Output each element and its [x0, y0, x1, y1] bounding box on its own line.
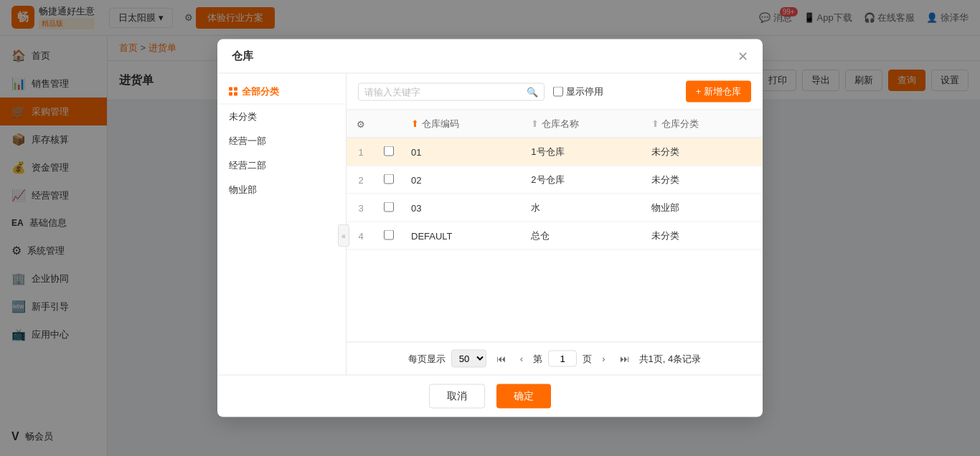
row-cat-4: 未分类	[643, 222, 763, 250]
row-cat-2: 未分类	[643, 166, 763, 194]
warehouse-table: ⚙ ⬆ 仓库编码 ⬆ 仓库名称 ⬆	[347, 110, 763, 250]
page-number-input[interactable]	[548, 351, 577, 367]
col-settings: ⚙	[347, 110, 375, 138]
page-last-button[interactable]: ⏭	[616, 352, 633, 366]
row-name-3: 水	[522, 194, 642, 222]
row-num-2: 2	[347, 166, 375, 194]
row-checkbox-4[interactable]	[384, 229, 394, 239]
table-row[interactable]: 3 03 水 物业部	[347, 194, 763, 222]
row-name-1: 1号仓库	[522, 138, 642, 166]
table-row[interactable]: 2 02 2号仓库 未分类	[347, 166, 763, 194]
show-disabled-checkbox[interactable]	[553, 87, 563, 97]
row-code-4: DEFAULT	[402, 222, 522, 250]
page-label: 第	[533, 352, 542, 365]
category-property[interactable]: 物业部	[217, 178, 346, 202]
modal-title: 仓库	[232, 49, 253, 63]
row-code-2: 02	[402, 166, 522, 194]
category-header: 全部分类	[217, 80, 346, 105]
cancel-button[interactable]: 取消	[429, 384, 485, 409]
col-code: ⬆ 仓库编码	[402, 110, 522, 138]
table-row[interactable]: 1 01 1号仓库 未分类	[347, 138, 763, 166]
modal-header: 仓库 ✕	[217, 39, 763, 74]
collapse-panel-button[interactable]: «	[338, 224, 349, 247]
row-check-3	[375, 194, 402, 222]
table-panel: 🔍 显示停用 + 新增仓库 ⚙ ⬆ 仓	[347, 74, 763, 375]
category-ops1[interactable]: 经营一部	[217, 129, 346, 153]
category-ops2[interactable]: 经营二部	[217, 153, 346, 178]
row-num-4: 4	[347, 222, 375, 250]
col-category: ⬆ 仓库分类	[643, 110, 763, 138]
page-unit-label: 页	[583, 352, 592, 365]
table-row[interactable]: 4 DEFAULT 总仓 未分类	[347, 222, 763, 250]
per-page-select[interactable]: 50	[451, 350, 486, 368]
category-panel: 全部分类 未分类 经营一部 经营二部 物业部 «	[217, 74, 347, 375]
search-icon[interactable]: 🔍	[527, 86, 538, 97]
search-box: 🔍	[358, 82, 545, 100]
modal-body: 全部分类 未分类 经营一部 经营二部 物业部 « 🔍 显示停用 + 新增仓库	[217, 74, 763, 375]
confirm-button[interactable]: 确定	[496, 384, 551, 409]
row-num-1: 1	[347, 138, 375, 166]
row-check-1	[375, 138, 402, 166]
show-disabled-label: 显示停用	[566, 85, 603, 98]
row-cat-1: 未分类	[643, 138, 763, 166]
modal-footer: 取消 确定	[217, 375, 763, 417]
row-name-4: 总仓	[522, 222, 642, 250]
page-next-button[interactable]: ›	[598, 352, 609, 366]
all-categories-label[interactable]: 全部分类	[242, 85, 279, 98]
per-page-label: 每页显示	[408, 352, 446, 365]
row-code-1: 01	[402, 138, 522, 166]
col-name: ⬆ 仓库名称	[522, 110, 642, 138]
row-name-2: 2号仓库	[522, 166, 642, 194]
sort-icon-cat: ⬆	[651, 118, 659, 129]
page-first-button[interactable]: ⏮	[492, 352, 510, 366]
page-prev-button[interactable]: ‹	[516, 352, 527, 366]
data-table: ⚙ ⬆ 仓库编码 ⬆ 仓库名称 ⬆	[347, 110, 763, 342]
table-toolbar: 🔍 显示停用 + 新增仓库	[347, 74, 763, 110]
sort-icon: ⬆	[411, 118, 419, 129]
row-num-3: 3	[347, 194, 375, 222]
sort-icon-name: ⬆	[531, 118, 539, 129]
modal-close-button[interactable]: ✕	[738, 49, 748, 62]
category-uncategorized[interactable]: 未分类	[217, 105, 346, 129]
pagination-total: 共1页, 4条记录	[639, 352, 702, 365]
pagination: 每页显示 50 ⏮ ‹ 第 页 › ⏭ 共1页, 4条记录	[347, 342, 763, 375]
show-disabled-checkbox-label: 显示停用	[553, 85, 603, 98]
row-check-2	[375, 166, 402, 194]
row-checkbox-2[interactable]	[384, 174, 394, 184]
warehouse-modal: 仓库 ✕ 全部分类 未分类 经营一部 经营二部 物业部 « 🔍	[217, 39, 763, 417]
row-checkbox-3[interactable]	[384, 201, 394, 212]
add-warehouse-button[interactable]: + 新增仓库	[686, 81, 751, 103]
row-cat-3: 物业部	[643, 194, 763, 222]
row-check-4	[375, 222, 402, 250]
row-code-3: 03	[402, 194, 522, 222]
grid-icon	[229, 87, 237, 96]
row-checkbox-1[interactable]	[384, 146, 394, 156]
search-input[interactable]	[364, 86, 524, 97]
col-checkbox	[375, 110, 402, 138]
